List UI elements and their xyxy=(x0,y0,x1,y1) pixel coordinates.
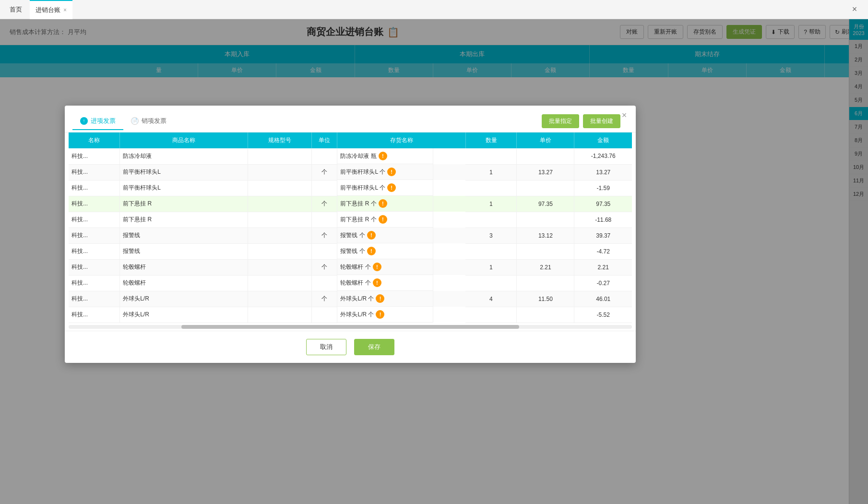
table-row: 科技...前下悬挂 R前下悬挂 R 个!-11.68 xyxy=(69,212,632,228)
table-cell: 3 xyxy=(465,228,517,243)
scrollbar-thumb[interactable] xyxy=(181,325,519,329)
warning-icon: ! xyxy=(367,231,376,240)
table-cell: 个 xyxy=(312,228,337,243)
batch-specify-button[interactable]: 批量指定 xyxy=(542,114,579,128)
warning-icon: ! xyxy=(376,310,384,319)
table-cell: -4.72 xyxy=(574,243,632,259)
batch-create-button[interactable]: 批量创建 xyxy=(583,114,620,128)
table-cell: 1 xyxy=(465,164,517,180)
col-header-qty: 数量 xyxy=(465,132,517,148)
table-cell xyxy=(517,275,574,291)
table-cell xyxy=(248,164,311,180)
home-tab[interactable]: 首页 xyxy=(4,0,28,19)
col-header-stock: 存货名称 xyxy=(337,132,465,148)
top-bar: 首页 进销台账 × × xyxy=(0,0,868,19)
table-cell: 1 xyxy=(465,259,517,275)
tab-close-icon[interactable]: × xyxy=(63,0,67,20)
table-cell: -1,243.76 xyxy=(574,148,632,164)
table-cell: 个 xyxy=(312,196,337,212)
table-row: 科技...前平衡杆球头L个前平衡杆球头L 个!113.2713.27 xyxy=(69,164,632,180)
table-cell: 科技... xyxy=(69,259,120,275)
table-cell: 科技... xyxy=(69,243,120,259)
table-cell: 科技... xyxy=(69,275,120,291)
table-row: 科技...前下悬挂 R个前下悬挂 R 个!197.3597.35 xyxy=(69,196,632,212)
tab-label: 进销台账 xyxy=(36,0,60,20)
dialog: ↑ 进项发票 📄 销项发票 批量指定 批量创建 × 名称 商品名称 xyxy=(65,106,636,363)
table-cell: 前下悬挂 R 个! xyxy=(337,212,433,228)
table-cell: 个 xyxy=(312,259,337,275)
table-cell: 科技... xyxy=(69,307,120,323)
table-cell: 防冻冷却液 xyxy=(120,148,248,164)
warning-icon: ! xyxy=(373,263,381,271)
warning-icon: ! xyxy=(379,215,387,224)
table-cell xyxy=(517,243,574,259)
table-cell: 报警线 个! xyxy=(337,243,433,259)
warning-icon: ! xyxy=(376,294,384,303)
warning-icon: ! xyxy=(367,247,376,255)
cancel-button[interactable]: 取消 xyxy=(306,339,346,355)
table-cell: 防冻冷却液 瓶! xyxy=(337,148,433,164)
table-cell: 报警线 xyxy=(120,243,248,259)
dialog-footer: 取消 保存 xyxy=(65,331,636,363)
table-cell: -11.68 xyxy=(574,212,632,228)
table-row: 科技...报警线个报警线 个!313.1239.37 xyxy=(69,228,632,243)
table-row: 科技...防冻冷却液防冻冷却液 瓶!-1,243.76 xyxy=(69,148,632,164)
table-cell xyxy=(465,307,517,323)
tab-invoice-in[interactable]: ↑ 进项发票 xyxy=(72,113,123,130)
table-cell: 轮毂螺杆 个! xyxy=(337,259,433,275)
table-cell: 科技... xyxy=(69,212,120,228)
save-button[interactable]: 保存 xyxy=(354,339,394,355)
col-header-name: 名称 xyxy=(69,132,120,148)
table-cell xyxy=(312,243,337,259)
table-cell xyxy=(465,275,517,291)
table-cell: 轮毂螺杆 xyxy=(120,275,248,291)
horizontal-scrollbar[interactable] xyxy=(69,325,632,329)
table-cell: 科技... xyxy=(69,164,120,180)
table-row: 科技...报警线报警线 个!-4.72 xyxy=(69,243,632,259)
table-cell xyxy=(248,180,311,196)
col-header-price: 单价 xyxy=(517,132,574,148)
table-cell xyxy=(248,243,311,259)
main-content: 销售成本计算方法： 月平均 商贸企业进销台账 📋 对账 重新开账 存货别名 生成… xyxy=(0,19,868,504)
warning-icon: ! xyxy=(379,199,387,208)
table-cell xyxy=(248,212,311,228)
table-cell: 轮毂螺杆 个! xyxy=(337,275,433,291)
invoice-in-icon: ↑ xyxy=(80,117,88,125)
table-cell: 前平衡杆球头L xyxy=(120,180,248,196)
table-cell: 科技... xyxy=(69,291,120,307)
table-cell xyxy=(465,148,517,164)
tab-invoice-out[interactable]: 📄 销项发票 xyxy=(123,113,174,130)
table-cell: 科技... xyxy=(69,148,120,164)
table-cell: 前下悬挂 R xyxy=(120,212,248,228)
table-cell: 2.21 xyxy=(574,259,632,275)
table-cell: 39.37 xyxy=(574,228,632,243)
table-cell xyxy=(248,228,311,243)
warning-icon: ! xyxy=(379,152,387,160)
table-cell: 2.21 xyxy=(517,259,574,275)
table-cell xyxy=(517,180,574,196)
table-cell: 报警线 xyxy=(120,228,248,243)
table-cell: 前下悬挂 R 个! xyxy=(337,196,433,212)
table-cell xyxy=(248,291,311,307)
window-close-button[interactable]: × xyxy=(845,0,864,19)
invoice-table: 名称 商品名称 规格型号 单位 存货名称 数量 单价 金额 科技...防冻冷却液… xyxy=(69,132,632,323)
dialog-table-wrapper[interactable]: 名称 商品名称 规格型号 单位 存货名称 数量 单价 金额 科技...防冻冷却液… xyxy=(69,132,632,323)
table-cell: 前平衡杆球头L 个! xyxy=(337,180,433,196)
dialog-close-button[interactable]: × xyxy=(618,109,630,121)
col-header-product: 商品名称 xyxy=(120,132,248,148)
table-cell: 13.12 xyxy=(517,228,574,243)
table-row: 科技...外球头L/R个外球头L/R 个!411.5046.01 xyxy=(69,291,632,307)
table-cell xyxy=(517,148,574,164)
col-header-amount: 金额 xyxy=(574,132,632,148)
table-cell xyxy=(312,275,337,291)
dialog-toolbar: 批量指定 批量创建 xyxy=(534,110,628,132)
table-cell: 外球头L/R 个! xyxy=(337,291,433,307)
table-cell xyxy=(517,307,574,323)
table-cell: 个 xyxy=(312,291,337,307)
table-cell xyxy=(312,307,337,323)
jinxiao-tab[interactable]: 进销台账 × xyxy=(30,0,72,19)
col-header-unit: 单位 xyxy=(312,132,337,148)
table-cell: 科技... xyxy=(69,228,120,243)
table-cell: 个 xyxy=(312,164,337,180)
table-cell: 科技... xyxy=(69,180,120,196)
